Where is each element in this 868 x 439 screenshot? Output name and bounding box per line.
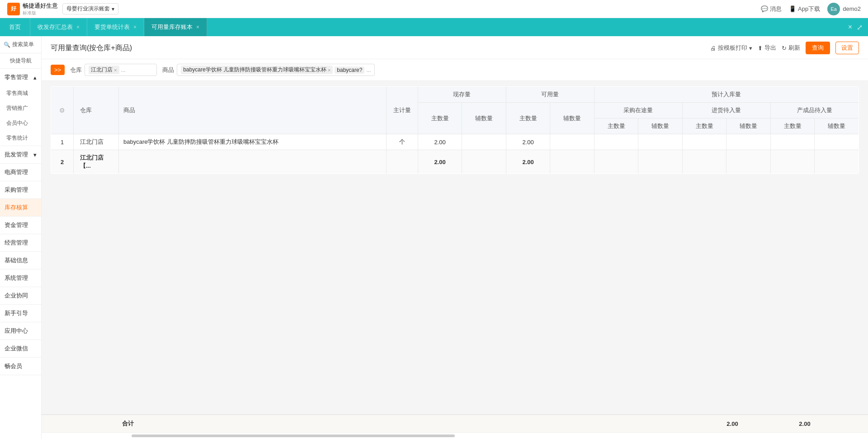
sidebar-group-system: 系统管理: [0, 269, 41, 287]
table-settings-icon[interactable]: ⚙: [59, 107, 65, 114]
download-btn[interactable]: 📱 App下载: [789, 5, 820, 13]
td-current-sub-2: [462, 150, 506, 174]
industry-label: 母婴行业演示账套: [66, 5, 110, 13]
td-available-main-2: 2.00: [506, 150, 550, 174]
sidebar-item-member[interactable]: 会员中心: [0, 116, 41, 131]
logo-text: 畅捷通好生意: [23, 2, 58, 10]
filter-warehouse-tags[interactable]: 江北门店 × ...: [85, 64, 157, 76]
th-product: 商品: [119, 87, 387, 134]
filter-product-tags[interactable]: babycare学饮杯 儿童防摔防撞吸管杯重力球吸嘴杯宝宝水杯 × babyca…: [177, 64, 375, 76]
total-current-main: 2.00: [714, 420, 750, 428]
download-label: App下载: [798, 5, 820, 13]
th-goods-pending: 进货待入量: [682, 103, 770, 118]
sidebar-group-enterprise-label: 企业协同: [5, 292, 28, 300]
logo-text-block: 畅捷通好生意 标准版: [23, 2, 58, 16]
tab-purchase-label: 要货单统计表: [94, 23, 130, 31]
logo: 好 畅捷通好生意 标准版: [7, 2, 58, 16]
sidebar-group-system-header[interactable]: 系统管理: [0, 269, 41, 287]
sidebar-item-marketing[interactable]: 营销推广: [0, 101, 41, 116]
horizontal-scrollbar-container: [42, 432, 868, 439]
sidebar-group-basic: 基础信息: [0, 252, 41, 269]
sidebar-group-inventory-header[interactable]: 库存核算: [0, 199, 41, 216]
th-purchase-sub: 辅数量: [638, 118, 683, 134]
sidebar-group-wechat-header[interactable]: 企业微信: [0, 340, 41, 357]
sidebar-search[interactable]: 🔍 搜索菜单: [0, 36, 41, 53]
industry-select[interactable]: 母婴行业演示账套 ▾: [62, 3, 118, 14]
refresh-btn[interactable]: ↻ 刷新: [782, 44, 800, 52]
chevron-down-icon-wholesale: ▾: [33, 151, 37, 158]
sidebar-group-ecommerce-label: 电商管理: [5, 168, 28, 176]
tab-inventory[interactable]: 可用量库存账本 ×: [144, 18, 207, 36]
sidebar-group-operations-header[interactable]: 经营管理: [0, 234, 41, 251]
filter-warehouse-group: 仓库 江北门店 × ...: [70, 64, 157, 76]
th-available-main: 主数量: [506, 103, 550, 134]
print-btn[interactable]: 🖨 按模板打印 ▾: [710, 44, 752, 52]
table-row: 2 江北门店【... 2.00 2.00: [51, 150, 859, 174]
tab-income[interactable]: 收发存汇总表 ×: [30, 18, 87, 36]
filter-product-more[interactable]: ...: [366, 67, 371, 73]
th-goods-sub: 辅数量: [726, 118, 771, 134]
sidebar-group-enterprise-header[interactable]: 企业协同: [0, 287, 41, 304]
tab-inventory-label: 可用量库存账本: [151, 23, 193, 31]
th-expected-in: 预计入库量: [594, 87, 859, 103]
sidebar-item-retail-mall[interactable]: 零售商城: [0, 86, 41, 101]
sidebar-group-ecommerce-header[interactable]: 电商管理: [0, 164, 41, 181]
sidebar-group-vip-header[interactable]: 畅会员: [0, 358, 41, 375]
sidebar-group-appstore-label: 应用中心: [5, 327, 28, 335]
user-name: demo2: [843, 5, 861, 12]
total-warehouse: [73, 420, 118, 428]
tab-inventory-close[interactable]: ×: [196, 24, 199, 30]
th-unit: 主计量: [386, 87, 418, 134]
sidebar-group-retail-header[interactable]: 零售管理 ▴: [0, 69, 41, 86]
sidebar-nav-quicklink[interactable]: 快捷导航: [0, 53, 41, 69]
horizontal-scrollbar[interactable]: [132, 434, 455, 437]
tab-purchase-close[interactable]: ×: [133, 24, 137, 30]
th-product-main: 主数量: [770, 118, 815, 134]
sidebar-item-retail-stats[interactable]: 零售统计: [0, 131, 41, 146]
tab-purchase[interactable]: 要货单统计表 ×: [87, 18, 144, 36]
setting-button[interactable]: 设置: [835, 42, 859, 54]
top-bar-left: 好 畅捷通好生意 标准版 母婴行业演示账套 ▾: [7, 2, 118, 16]
tab-home-label: 首页: [9, 23, 21, 31]
td-current-main-2: 2.00: [418, 150, 462, 174]
td-unit-1: 个: [386, 134, 418, 150]
td-unit-2: [386, 150, 418, 174]
tab-home[interactable]: 首页: [0, 18, 30, 36]
td-index-2: 2: [51, 150, 74, 174]
filter-product-tag-1-close[interactable]: ×: [328, 67, 330, 73]
tab-expand-icon[interactable]: ⤢: [857, 23, 863, 32]
tab-close-all-icon[interactable]: ×: [848, 23, 852, 31]
message-label: 消息: [770, 5, 782, 13]
filter-warehouse-more[interactable]: ...: [121, 67, 126, 73]
sidebar-group-wechat: 企业微信: [0, 340, 41, 358]
filter-product-label: 商品: [162, 66, 174, 74]
sidebar-group-basic-header[interactable]: 基础信息: [0, 252, 41, 269]
th-settings[interactable]: ⚙: [51, 87, 74, 134]
user-avatar-btn[interactable]: Ea demo2: [827, 3, 861, 15]
chevron-down-icon: ▾: [112, 6, 114, 12]
sidebar-group-wholesale-header[interactable]: 批发管理 ▾: [0, 146, 41, 163]
filter-warehouse-tag-1-close[interactable]: ×: [114, 67, 117, 73]
query-button[interactable]: 查询: [806, 42, 830, 54]
sidebar-group-finance-header[interactable]: 资金管理: [0, 217, 41, 234]
sidebar-group-newbie-header[interactable]: 新手引导: [0, 305, 41, 322]
sidebar-group-purchase: 采购管理: [0, 181, 41, 199]
tab-income-close[interactable]: ×: [76, 24, 80, 30]
refresh-icon: ↻: [782, 45, 787, 52]
sidebar-group-newbie-label: 新手引导: [5, 309, 28, 317]
message-btn[interactable]: 💬 消息: [761, 5, 782, 13]
export-btn[interactable]: ⬆ 导出: [758, 44, 776, 52]
total-current-sub: [750, 420, 787, 428]
sidebar-group-appstore-header[interactable]: 应用中心: [0, 322, 41, 340]
download-icon: 📱: [789, 5, 796, 12]
sidebar-group-retail: 零售管理 ▴ 零售商城 营销推广 会员中心 零售统计: [0, 69, 41, 146]
td-product-1: babycare学饮杯 儿童防摔防撞吸管杯重力球吸嘴杯宝宝水杯: [119, 134, 387, 150]
td-current-sub-1: [462, 134, 506, 150]
total-available-sub: [823, 420, 859, 428]
td-goods-sub-1: [726, 134, 771, 150]
page-title: 可用量查询(按仓库+商品): [51, 43, 132, 53]
td-purchase-sub-1: [638, 134, 683, 150]
td-product-main-1: [770, 134, 815, 150]
sidebar-group-purchase-header[interactable]: 采购管理: [0, 181, 41, 198]
expand-filter-button[interactable]: >>: [51, 65, 65, 75]
